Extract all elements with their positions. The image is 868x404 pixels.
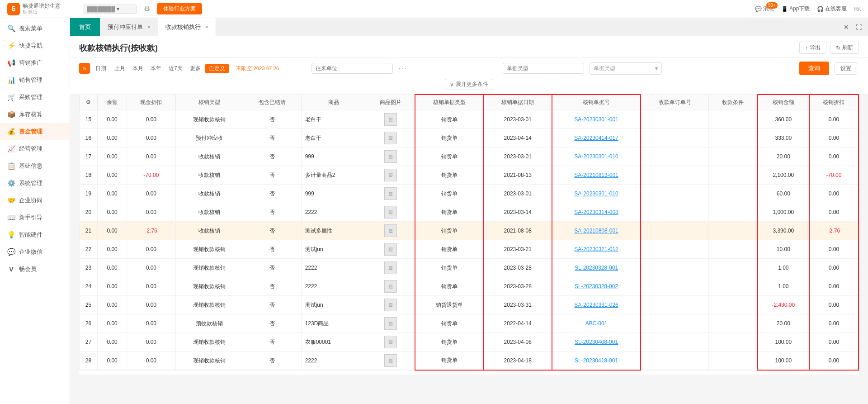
td-type: 现销收款核销 bbox=[175, 110, 243, 129]
data-table: ⚙ 余额 现金折扣 核销类型 包含已结清 商品 商品图片 核销单据类型 核销单据… bbox=[79, 94, 859, 371]
td-id: 20 bbox=[80, 203, 98, 222]
td-voucher-no[interactable]: SA-20230414-017 bbox=[552, 129, 641, 147]
sidebar-item-basics[interactable]: 📋 基础信息 bbox=[0, 157, 70, 175]
date-more-btn[interactable]: 更多 bbox=[187, 64, 203, 73]
td-voucher-no[interactable]: SA-20210813-001 bbox=[552, 166, 641, 185]
voucher-no-link[interactable]: SA-20210813-001 bbox=[574, 172, 618, 178]
sidebar-item-member[interactable]: V 畅会员 bbox=[0, 261, 70, 278]
td-voucher-no[interactable]: SL-20230328-001 bbox=[552, 259, 641, 277]
sidebar-item-wechat[interactable]: 💬 企业微信 bbox=[0, 243, 70, 261]
voucher-no-link[interactable]: SA-20230414-017 bbox=[574, 135, 618, 141]
table-settings-btn[interactable]: 设置 bbox=[835, 62, 857, 75]
td-writeoff-amount: 360.00 bbox=[758, 110, 809, 129]
date-custom-btn[interactable]: 自定义 bbox=[205, 64, 229, 73]
counterparty-input[interactable] bbox=[311, 63, 393, 74]
page-title: 收款核销执行(按收款) bbox=[79, 43, 158, 53]
voucher-no-link[interactable]: SA-20230321-012 bbox=[574, 246, 618, 252]
td-voucher-date: 2022-04-14 bbox=[484, 314, 552, 333]
th-balance: 余额 bbox=[98, 95, 127, 110]
close-tab-btn[interactable]: ✕ bbox=[841, 22, 852, 33]
refresh-btn[interactable]: ↻ 刷新 bbox=[830, 42, 859, 54]
voucher-no-link[interactable]: SA-20210808-001 bbox=[574, 228, 618, 234]
td-voucher-no[interactable]: SL-20230408-001 bbox=[552, 333, 641, 352]
date-last-month-btn[interactable]: 上月 bbox=[112, 64, 128, 73]
sidebar-item-finance[interactable]: 💰 资金管理 bbox=[0, 123, 70, 140]
voucher-no-link[interactable]: SA-20230314-008 bbox=[574, 209, 618, 215]
td-voucher-no[interactable]: SA-20230301-010 bbox=[552, 185, 641, 203]
sidebar-item-operations[interactable]: 📈 经营管理 bbox=[0, 140, 70, 157]
settings-icon-btn[interactable]: ⚙ bbox=[141, 3, 153, 15]
td-voucher-no[interactable]: SA-20230301-010 bbox=[552, 147, 641, 166]
tab-close-writeoff[interactable]: × bbox=[205, 24, 208, 30]
maximize-tab-btn[interactable]: ⛶ bbox=[854, 22, 864, 33]
sidebar-item-marketing[interactable]: 📢 营销推广 bbox=[0, 54, 70, 71]
purchase-icon: 🛒 bbox=[7, 93, 15, 101]
sidebar-item-enterprise[interactable]: 🤝 企业协同 bbox=[0, 192, 70, 209]
sidebar-item-quicknav[interactable]: ⚡ 快捷导航 bbox=[0, 37, 70, 54]
td-receipt-order-no bbox=[641, 222, 709, 240]
inventory-icon: 📦 bbox=[7, 110, 15, 119]
tab-home[interactable]: 首页 bbox=[70, 18, 100, 36]
expand-more-btn[interactable]: ∨ 展开更多条件 bbox=[445, 79, 493, 90]
td-settled: 否 bbox=[243, 166, 302, 185]
td-voucher-no[interactable]: SA-20230314-008 bbox=[552, 203, 641, 222]
hardware-icon: 💡 bbox=[7, 231, 15, 239]
td-receipt-terms bbox=[709, 185, 758, 203]
sidebar-item-sales[interactable]: 📊 销售管理 bbox=[0, 71, 70, 89]
td-writeoff-discount: 0.00 bbox=[809, 259, 859, 277]
sidebar-item-hardware[interactable]: 💡 智能硬件 bbox=[0, 226, 70, 243]
td-voucher-no[interactable]: ABC-001 bbox=[552, 314, 641, 333]
th-goods-img: 商品图片 bbox=[366, 95, 415, 110]
td-goods: 老白干 bbox=[301, 110, 366, 129]
notification-btn[interactable]: 💬 消息 99+ bbox=[755, 5, 774, 13]
tab-prepay[interactable]: 预付冲应付单 × bbox=[100, 18, 158, 36]
sidebar-item-purchase[interactable]: 🛒 采购管理 bbox=[0, 89, 70, 106]
page-actions: ↑ 导出 ↻ 刷新 bbox=[799, 42, 859, 54]
td-writeoff-amount: 333.00 bbox=[758, 129, 809, 147]
voucher-no-link[interactable]: SL-20230408-001 bbox=[575, 339, 618, 345]
query-btn[interactable]: 查询 bbox=[799, 62, 829, 75]
td-voucher-no[interactable]: SL-20230418-001 bbox=[552, 352, 641, 370]
voucher-no-link[interactable]: SL-20230328-001 bbox=[575, 265, 618, 271]
voucher-type-select[interactable]: 单据类型 ▾ bbox=[590, 62, 662, 75]
date-this-year-btn[interactable]: 本年 bbox=[148, 64, 164, 73]
tab-writeoff[interactable]: 收款核销执行 × bbox=[158, 18, 216, 36]
td-writeoff-discount: 0.00 bbox=[809, 110, 859, 129]
voucher-no-link[interactable]: SA-20230301-001 bbox=[574, 116, 618, 123]
date-7days-btn[interactable]: 近7天 bbox=[166, 64, 185, 73]
company-selector[interactable]: ████████ ▾ bbox=[83, 5, 137, 14]
sidebar-item-system[interactable]: ⚙️ 系统管理 bbox=[0, 175, 70, 192]
td-voucher-no[interactable]: SA-20230331-026 bbox=[552, 296, 641, 314]
export-icon: ↑ bbox=[805, 45, 808, 51]
td-voucher-no[interactable]: SL-20230328-002 bbox=[552, 277, 641, 296]
industry-btn[interactable]: 休验行业方案 bbox=[157, 3, 202, 14]
voucher-no-link[interactable]: SL-20230418-001 bbox=[575, 357, 618, 364]
td-cash-discount: 0.00 bbox=[127, 240, 175, 259]
voucher-no-link[interactable]: SA-20230331-026 bbox=[574, 302, 618, 308]
voucher-no-link[interactable]: ABC-001 bbox=[585, 320, 608, 327]
voucher-type-input[interactable] bbox=[503, 63, 584, 74]
th-writeoff-discount: 核销折扣 bbox=[809, 95, 859, 110]
td-voucher-no[interactable]: SA-20230321-012 bbox=[552, 240, 641, 259]
tab-close-prepay[interactable]: × bbox=[147, 24, 151, 30]
filter-expand-btn[interactable]: » bbox=[79, 63, 90, 74]
sidebar-item-inventory[interactable]: 📦 库存核算 bbox=[0, 106, 70, 123]
app-download-btn[interactable]: 📱 App下载 bbox=[781, 5, 810, 13]
voucher-no-link[interactable]: SA-20230301-010 bbox=[574, 153, 618, 160]
export-btn[interactable]: ↑ 导出 bbox=[799, 42, 826, 54]
date-this-month-btn[interactable]: 本月 bbox=[130, 64, 146, 73]
sidebar-item-search[interactable]: 🔍 搜索菜单 bbox=[0, 20, 70, 37]
sales-icon: 📊 bbox=[7, 76, 15, 84]
td-type: 现销收款核销 bbox=[175, 333, 243, 352]
voucher-no-link[interactable]: SA-20230301-010 bbox=[574, 190, 618, 197]
voucher-no-link[interactable]: SL-20230328-002 bbox=[575, 283, 618, 290]
td-cash-discount: 0.00 bbox=[127, 259, 175, 277]
td-balance: 0.00 bbox=[98, 296, 127, 314]
online-service-btn[interactable]: 🎧 在线客服 bbox=[817, 5, 847, 13]
td-voucher-no[interactable]: SA-20230301-001 bbox=[552, 110, 641, 129]
sidebar-item-guide[interactable]: 📖 新手引导 bbox=[0, 209, 70, 226]
td-type: 收款核销 bbox=[175, 147, 243, 166]
td-voucher-no[interactable]: SA-20210808-001 bbox=[552, 222, 641, 240]
table-container[interactable]: ⚙ 余额 现金折扣 核销类型 包含已结清 商品 商品图片 核销单据类型 核销单据… bbox=[79, 94, 859, 375]
table-body: 15 0.00 0.00 现销收款核销 否 老白干 🖼 销货单 2023-03-… bbox=[80, 110, 859, 370]
